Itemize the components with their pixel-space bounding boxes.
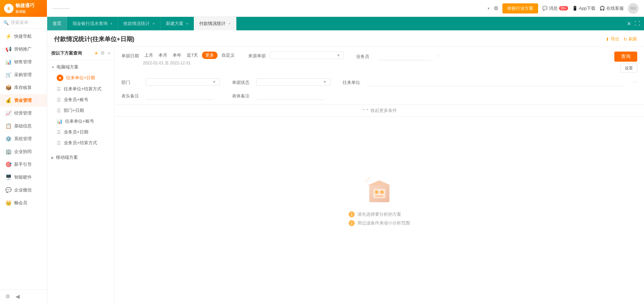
left-panel: 按以下方案查询 + ⚙ « ▼ 电脑端方案 ● 往来单位+日期 <box>47 47 115 303</box>
capital-icon: 💰 <box>5 97 11 103</box>
user-avatar[interactable]: Rit <box>628 3 639 14</box>
sidebar-item-capital[interactable]: 💰 资金管理 <box>0 94 47 107</box>
salesman-label: 业务员 <box>356 52 375 60</box>
sidebar-item-label: 营销推广 <box>14 46 32 52</box>
tab-home-label: 首页 <box>53 21 61 27</box>
tab-payment-stat-close[interactable]: × <box>228 22 230 26</box>
search-menu-bar[interactable]: 🔍 搜索菜单 <box>0 17 47 29</box>
salesman-input[interactable] <box>378 52 432 60</box>
scheme-item-staff-account[interactable]: ☰ 业务员+账号 <box>47 94 114 105</box>
sidebar-item-label: 销售管理 <box>14 59 32 65</box>
sidebar-item-purchase[interactable]: 🛒 采购管理 <box>0 68 47 81</box>
sidebar-item-operation[interactable]: 📈 经营管理 <box>0 107 47 120</box>
sidebar-collapse-icon[interactable]: ◀ <box>16 293 20 300</box>
tab-payment-stat[interactable]: 付款情况统计 × <box>194 17 236 30</box>
panel-collapse-icon[interactable]: « <box>108 50 110 56</box>
topbar: ———— ▾ ⚙ 体验行业方案 💬 消息 99+ 📱 App下载 🎧 在线客服 … <box>47 0 644 17</box>
sidebar-item-quick-nav[interactable]: ⚡ 快捷导航 <box>0 30 47 43</box>
operation-icon: 📈 <box>5 110 11 116</box>
wechat-icon: 💬 <box>5 187 11 193</box>
scheme-item-label: 业务员+结算方式 <box>64 140 97 146</box>
date-option-7days[interactable]: 近7天 <box>185 52 199 59</box>
sidebar-item-enterprise[interactable]: 🏢 企业协同 <box>0 145 47 158</box>
date-filter-label: 单据日期 <box>121 52 140 59</box>
scheme-item-unit-settlement[interactable]: ☰ 往来单位+结算方式 <box>47 84 114 94</box>
sidebar-item-sales[interactable]: 📊 销售管理 <box>0 56 47 68</box>
sidebar-item-guide[interactable]: 🎯 新手引导 <box>0 158 47 171</box>
enterprise-icon: 🏢 <box>5 149 11 155</box>
filter-query-col: 查询 设置 <box>614 52 637 73</box>
tab-home[interactable]: 首页 <box>47 17 67 30</box>
pc-group-title[interactable]: ▼ 电脑端方案 <box>47 62 114 72</box>
message-badge: 99+ <box>559 6 568 10</box>
scheme-settings-icon[interactable]: ⚙ <box>100 50 105 56</box>
dept-select[interactable]: ▼ <box>146 78 220 86</box>
tab-new-scheme[interactable]: 新建方案 × <box>160 17 194 30</box>
table-head-note-input[interactable] <box>146 91 213 100</box>
sidebar-item-system[interactable]: ⚙️ 系统管理 <box>0 132 47 145</box>
refresh-btn[interactable]: ↻ 刷新 <box>623 36 637 42</box>
counterpart-input[interactable] <box>367 78 625 86</box>
topbar-dropdown-arrow[interactable]: ▾ <box>488 6 490 11</box>
sidebar-item-label: 企业微信 <box>14 187 32 193</box>
add-scheme-icon[interactable]: + <box>95 50 98 56</box>
hardware-icon: 🖥️ <box>5 174 11 180</box>
sidebar-item-member[interactable]: 👑 畅会员 <box>0 196 47 209</box>
online-service-btn[interactable]: 🎧 在线客服 <box>599 5 624 11</box>
sidebar-item-marketing[interactable]: 📢 营销推广 <box>0 43 47 56</box>
topbar-gear-icon[interactable]: ⚙ <box>494 5 498 11</box>
tabbar-right: ✕ ⛶ <box>623 17 644 30</box>
scheme-item-unit-date[interactable]: ● 往来单位+日期 <box>47 72 114 84</box>
source-bill-select[interactable]: ▼ <box>270 52 344 59</box>
date-option-last-month[interactable]: 上月 <box>143 52 154 59</box>
tip-num-2: 2 <box>349 220 355 226</box>
message-label: 消息 <box>549 5 558 11</box>
app-name-wrap: 畅捷通巧 标准版 <box>16 3 34 14</box>
scheme-item-dept-date[interactable]: ☰ 部门+日期 <box>47 105 114 116</box>
salesman-dots[interactable]: ··· <box>437 53 441 59</box>
trial-btn[interactable]: 体验行业方案 <box>502 3 538 13</box>
empty-illustration <box>362 174 396 207</box>
member-icon: 👑 <box>5 200 11 206</box>
tabbar-close-all-icon[interactable]: ✕ <box>627 21 631 27</box>
collapse-more-btn[interactable]: ⌃⌃ 收起更多条件 <box>362 108 397 114</box>
sidebar-item-inventory[interactable]: 📦 库存核算 <box>0 81 47 94</box>
app-download-btn[interactable]: 📱 App下载 <box>572 5 595 11</box>
date-option-more[interactable]: 更多 <box>202 52 217 59</box>
sidebar-item-wechat[interactable]: 💬 企业微信 <box>0 184 47 196</box>
basic-icon: 📋 <box>5 123 11 129</box>
sidebar-item-hardware[interactable]: 🖥️ 智能硬件 <box>0 171 47 184</box>
tip-text-1: 请先选择要分析的方案 <box>357 211 401 217</box>
collapse-label: 收起更多条件 <box>371 108 397 114</box>
scheme-item-unit-account[interactable]: 📊 往来单位+账号 <box>47 116 114 127</box>
scheme-item-staff-date[interactable]: ☰ 业务员+日期 <box>47 127 114 138</box>
export-label: 导出 <box>611 36 619 42</box>
tab-collection-stat[interactable]: 收款情况统计 × <box>118 17 160 30</box>
left-panel-header: 按以下方案查询 + ⚙ « <box>47 47 114 60</box>
message-btn[interactable]: 💬 消息 99+ <box>542 5 568 11</box>
mobile-group-title[interactable]: ▶ 移动端方案 <box>47 152 114 162</box>
mobile-group-label: 移动端方案 <box>56 154 78 160</box>
tab-bank-flow[interactable]: 现金银行流水查询 × <box>67 17 118 30</box>
scheme-item-staff-settlement[interactable]: ☰ 业务员+结算方式 <box>47 138 114 148</box>
tabbar-expand-icon[interactable]: ⛶ <box>635 21 640 27</box>
table-body-note-input[interactable] <box>256 91 324 100</box>
sidebar-item-basic[interactable]: 📋 基础信息 <box>0 120 47 132</box>
counterpart-dots[interactable]: ··· <box>633 79 637 85</box>
date-option-custom[interactable]: 自定义 <box>220 52 236 59</box>
refresh-icon: ↻ <box>623 37 627 42</box>
tab-bank-flow-close[interactable]: × <box>110 22 112 26</box>
date-option-this-year[interactable]: 本年 <box>171 52 183 59</box>
export-btn[interactable]: ⬆ 导出 <box>606 36 619 42</box>
query-btn[interactable]: 查询 <box>614 52 637 62</box>
content-area: 付款情况统计(往来单位+日期) ⬆ 导出 ↻ 刷新 按以下方案查询 + <box>47 30 644 303</box>
bill-status-select[interactable]: ▼ <box>256 78 330 86</box>
page-title: 付款情况统计(往来单位+日期) <box>54 35 135 43</box>
tab-collection-stat-close[interactable]: × <box>152 22 154 26</box>
sidebar-settings-icon[interactable]: ⚙ <box>5 293 10 300</box>
tab-collection-stat-label: 收款情况统计 <box>123 21 150 27</box>
mobile-group-arrow: ▶ <box>51 156 54 159</box>
tab-new-scheme-close[interactable]: × <box>186 22 188 26</box>
filter-settings-btn[interactable]: 设置 <box>620 64 637 73</box>
date-option-this-month[interactable]: 本月 <box>157 52 169 59</box>
